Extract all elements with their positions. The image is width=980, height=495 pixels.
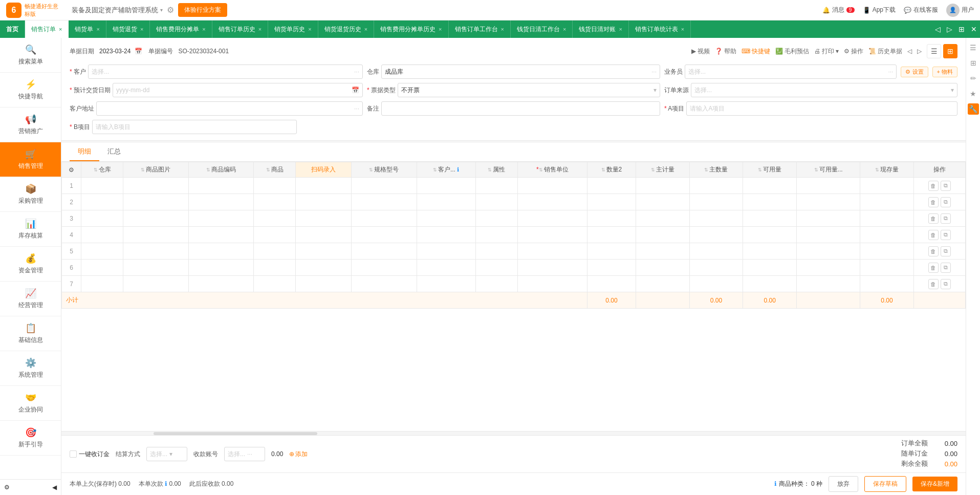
tab-detail[interactable]: 明细	[70, 143, 99, 161]
tab-summary[interactable]: 汇总	[99, 143, 129, 161]
salesperson-more-icon[interactable]: ···	[888, 68, 893, 75]
tab-reconcile[interactable]: 钱货日清对账 ×	[573, 20, 628, 38]
online-service-btn[interactable]: 💬 在线客服	[904, 6, 938, 14]
operation-btn[interactable]: ⚙操作	[844, 47, 863, 56]
note-input[interactable]	[381, 101, 660, 116]
tab-sales-order[interactable]: 销售订单 ×	[25, 20, 69, 38]
add-btn[interactable]: ⊕ 添加	[289, 450, 308, 459]
history-order-btn[interactable]: 📜历史单据	[868, 47, 902, 56]
nav-next-btn[interactable]: ▷	[917, 48, 922, 55]
col-code[interactable]: ⇅商品编码	[188, 162, 254, 178]
calendar-icon[interactable]: 📅	[135, 48, 142, 55]
tab-close-icon[interactable]: ×	[59, 26, 62, 32]
tab-next-btn[interactable]: ▷	[944, 25, 955, 33]
sidebar-item-collab[interactable]: 🤝 企业协同	[0, 386, 61, 421]
discard-btn[interactable]: 放弃	[829, 476, 858, 492]
tab-sales-fee[interactable]: 销售费用分摊单 ×	[150, 20, 212, 38]
list-view-btn[interactable]: ☰	[927, 44, 941, 58]
a-project-input[interactable]: 请输入A项目	[686, 101, 957, 116]
add-goods-btn[interactable]: + 物料	[932, 67, 957, 77]
settings-icon[interactable]: ⚙	[167, 5, 174, 15]
tab-prev-btn[interactable]: ◁	[932, 25, 944, 33]
delete-row-btn[interactable]: 🗑	[928, 263, 939, 273]
sidebar-item-finance[interactable]: 💰 资金管理	[0, 247, 61, 282]
tab-sales-history[interactable]: 销售订单历史 ×	[212, 20, 268, 38]
delete-row-btn[interactable]: 🗑	[928, 181, 939, 191]
view-video-btn[interactable]: ▶视频	[691, 47, 710, 56]
sidebar-item-base[interactable]: 📋 基础信息	[0, 316, 61, 351]
right-panel-icon-1[interactable]: ☰	[968, 42, 979, 53]
tab-workbench[interactable]: 销售订单工作台 ×	[449, 20, 511, 38]
tab-close-all-btn[interactable]: ✕	[968, 25, 980, 33]
user-area[interactable]: 👤 用户	[946, 4, 974, 17]
form-view-btn[interactable]: ⊞	[943, 44, 957, 58]
delete-row-btn[interactable]: 🗑	[928, 197, 939, 207]
col-main-unit[interactable]: ⇅主计量	[636, 162, 689, 178]
address-more-icon[interactable]: ···	[354, 105, 359, 112]
customer-input[interactable]: 选择... ···	[88, 64, 363, 79]
tab-close-icon[interactable]: ×	[140, 26, 143, 32]
warehouse-input[interactable]: 成品库 ···	[381, 64, 660, 79]
col-spec[interactable]: ⇅规格型号	[351, 162, 417, 178]
tab-close-icon[interactable]: ×	[439, 26, 442, 32]
col-available[interactable]: ⇅可用量	[743, 162, 797, 178]
save-new-btn[interactable]: 保存&新增	[912, 477, 957, 491]
invoice-select[interactable]: 不开票 ▾	[398, 83, 660, 97]
delete-row-btn[interactable]: 🗑	[928, 230, 939, 240]
right-panel-icon-5[interactable]: 🔧	[968, 103, 979, 115]
col-settings[interactable]: ⚙	[62, 162, 81, 178]
profit-estimate-btn[interactable]: 💹毛利预估	[775, 47, 809, 56]
copy-row-btn[interactable]: ⧉	[941, 181, 951, 191]
sidebar-item-purchase[interactable]: 📦 采购管理	[0, 177, 61, 212]
help-btn[interactable]: ❓帮助	[715, 47, 736, 56]
copy-row-btn[interactable]: ⧉	[941, 279, 951, 289]
tab-close-icon[interactable]: ×	[619, 26, 622, 32]
delete-row-btn[interactable]: 🗑	[928, 213, 939, 224]
tab-sales-return[interactable]: 销货退货 ×	[106, 20, 150, 38]
customer-more-icon[interactable]: ···	[354, 68, 359, 75]
tab-close-icon[interactable]: ×	[681, 26, 684, 32]
sidebar-item-inventory[interactable]: 📊 库存核算	[0, 212, 61, 247]
sidebar-item-guide[interactable]: 🎯 新手引导	[0, 421, 61, 456]
sidebar-collapse-btn[interactable]: ◀	[52, 484, 57, 491]
col-scan[interactable]: 扫码录入	[296, 162, 352, 178]
col-warehouse[interactable]: ⇅仓库	[81, 162, 123, 178]
copy-row-btn[interactable]: ⧉	[941, 213, 951, 224]
copy-row-btn[interactable]: ⧉	[941, 263, 951, 273]
tab-sales-bill[interactable]: 销货单 ×	[69, 20, 106, 38]
tab-close-icon[interactable]: ×	[563, 26, 566, 32]
tab-close-icon[interactable]: ×	[364, 26, 367, 32]
col-current[interactable]: ⇅现存量	[860, 162, 914, 178]
b-project-input[interactable]: 请输入B项目	[92, 120, 297, 134]
col-main-qty[interactable]: ⇅主数量	[689, 162, 743, 178]
col-image[interactable]: ⇅商品图片	[123, 162, 189, 178]
shortcut-btn[interactable]: ⌨快捷键	[742, 47, 770, 56]
right-panel-icon-2[interactable]: ⊞	[968, 57, 979, 69]
warehouse-more-icon[interactable]: ···	[651, 68, 657, 75]
copy-row-btn[interactable]: ⧉	[941, 197, 951, 207]
sidebar-item-system[interactable]: ⚙️ 系统管理	[0, 351, 61, 386]
tab-fee-history[interactable]: 销售费用分摊单历史 ×	[374, 20, 448, 38]
horizontal-scrollbar[interactable]	[154, 432, 317, 435]
col-goods[interactable]: ⇅商品	[254, 162, 296, 178]
notification-btn[interactable]: 🔔 消息 9	[822, 6, 855, 14]
sidebar-item-search[interactable]: 🔍 搜索菜单	[0, 38, 61, 73]
tab-close-icon[interactable]: ×	[258, 26, 262, 32]
copy-row-btn[interactable]: ⧉	[941, 246, 951, 256]
tab-return-history[interactable]: 销货退货历史 ×	[318, 20, 374, 38]
col-customer-code[interactable]: ⇅客户... ℹ	[417, 162, 475, 178]
industry-btn[interactable]: 体验行业方案	[178, 3, 227, 17]
one-click-checkbox[interactable]	[70, 450, 77, 458]
sidebar-item-sales[interactable]: 🛒 销售管理	[0, 142, 61, 177]
tab-close-icon[interactable]: ×	[308, 26, 311, 32]
right-panel-icon-4[interactable]: ★	[968, 88, 979, 99]
sidebar-item-marketing[interactable]: 📢 营销推广	[0, 107, 61, 142]
tab-bill-history[interactable]: 销货单历史 ×	[268, 20, 318, 38]
tab-expand-btn[interactable]: ⊞	[955, 25, 968, 33]
settlement-select[interactable]: 选择... ▾	[146, 447, 187, 461]
col-attr[interactable]: ⇅属性	[475, 162, 517, 178]
tab-statistics[interactable]: 销售订单统计表 ×	[629, 20, 691, 38]
one-click-collect-label[interactable]: 一键收订金	[70, 450, 110, 459]
settings-btn[interactable]: ⚙ 设置	[901, 67, 928, 77]
col-qty2[interactable]: ⇅数量2	[587, 162, 636, 178]
